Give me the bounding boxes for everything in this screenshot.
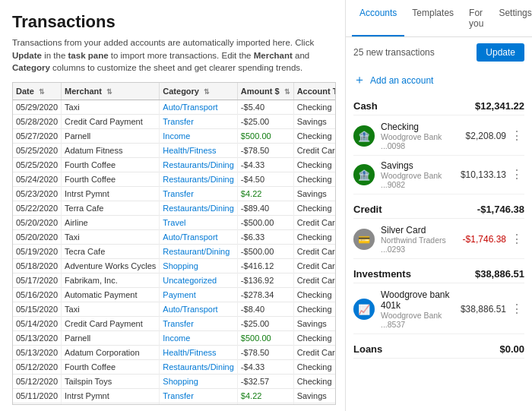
cell-category[interactable]: Auto/Transport: [160, 230, 238, 245]
cell-account-type: Checking: [293, 302, 336, 317]
transactions-table: Date ⇅ Merchant ⇅ Category ⇅ Amount $ ⇅ …: [13, 83, 336, 405]
table-row[interactable]: 05/20/2020 Taxi Auto/Transport -$6.33 Ch…: [13, 230, 336, 245]
table-row[interactable]: 05/25/2020 Fourth Coffee Restaurants/Din…: [13, 158, 336, 172]
table-row[interactable]: 05/19/2020 Tecra Cafe Restaurant/Dining …: [13, 245, 336, 259]
section-label-credit: Credit-$1,746.38: [353, 204, 524, 219]
cell-account-type: Checking: [293, 331, 336, 346]
table-row[interactable]: 05/28/2020 Credit Card Payment Transfer …: [13, 115, 336, 129]
cell-merchant: Taxi: [62, 230, 160, 245]
page-title: Transactions: [12, 12, 336, 32]
cell-merchant: Fourth Coffee: [62, 360, 160, 375]
table-row[interactable]: 05/16/2020 Automatic Payment Payment -$2…: [13, 288, 336, 302]
cell-category[interactable]: Restaurants/Dining: [160, 403, 238, 405]
cell-category[interactable]: Restaurants/Dining: [160, 172, 238, 187]
cell-merchant: Intrst Pymnt: [62, 389, 160, 403]
table-row[interactable]: 05/11/2020 Intrst Pymnt Transfer $4.22 S…: [13, 389, 336, 403]
table-row[interactable]: 05/25/2020 Adatum Fitness Health/Fitness…: [13, 144, 336, 158]
tab-templates[interactable]: Templates: [404, 0, 461, 36]
cell-category[interactable]: Shopping: [160, 375, 238, 389]
cell-merchant: Fourth Coffee: [62, 158, 160, 172]
account-info: Silver Card Northwind Traders ...0293: [381, 225, 463, 254]
more-options-button[interactable]: ⋮: [509, 130, 524, 142]
col-date[interactable]: Date ⇅: [13, 83, 62, 100]
table-row[interactable]: 05/20/2020 Airline Travel -$500.00 Credi…: [13, 216, 336, 230]
cell-merchant: Intrst Pymnt: [62, 187, 160, 201]
account-icon: 💳: [353, 229, 375, 250]
cell-category[interactable]: Transfer: [160, 389, 238, 403]
cell-merchant: Credit Card Payment: [62, 115, 160, 129]
more-options-button[interactable]: ⋮: [509, 303, 524, 315]
cell-category[interactable]: Uncategorized: [160, 273, 238, 288]
account-sub: Northwind Traders ...0293: [381, 236, 463, 254]
update-button[interactable]: Update: [477, 43, 524, 62]
table-row[interactable]: 05/13/2020 Parnell Income $500.00 Checki…: [13, 331, 336, 346]
cell-date: 05/29/2020: [13, 100, 62, 115]
table-row[interactable]: 05/10/2020 Alpine Ski House Restaurants/…: [13, 403, 336, 405]
cell-category[interactable]: Restaurant/Dining: [160, 245, 238, 259]
table-row[interactable]: 05/27/2020 Parnell Income $500.00 Checki…: [13, 129, 336, 144]
cell-date: 05/28/2020: [13, 115, 62, 129]
cell-category[interactable]: Payment: [160, 288, 238, 302]
sort-icon-date: ⇅: [39, 88, 45, 96]
cell-category[interactable]: Income: [160, 331, 238, 346]
account-amount: $38,886.51: [461, 304, 506, 315]
table-header-row: Date ⇅ Merchant ⇅ Category ⇅ Amount $ ⇅ …: [13, 83, 336, 100]
cell-merchant: Adatum Fitness: [62, 144, 160, 158]
cell-account-type: Checking: [293, 129, 336, 144]
cell-category[interactable]: Transfer: [160, 317, 238, 331]
table-row[interactable]: 05/13/2020 Adatum Corporation Health/Fit…: [13, 346, 336, 360]
tab-accounts[interactable]: Accounts: [352, 0, 404, 36]
table-row[interactable]: 05/15/2020 Taxi Auto/Transport -$8.40 Ch…: [13, 302, 336, 317]
cell-amount: -$278.34: [237, 288, 293, 302]
transactions-table-wrap[interactable]: Date ⇅ Merchant ⇅ Category ⇅ Amount $ ⇅ …: [12, 82, 336, 405]
more-options-button[interactable]: ⋮: [509, 233, 524, 245]
table-row[interactable]: 05/18/2020 Adventure Works Cycles Shoppi…: [13, 259, 336, 273]
cell-category[interactable]: Health/Fitness: [160, 144, 238, 158]
add-account-button[interactable]: ＋ Add an account: [353, 69, 524, 91]
account-item: 🏦 Savings Woodgrove Bank ...9082 $10,133…: [353, 156, 524, 194]
cell-category[interactable]: Travel: [160, 216, 238, 230]
col-amount[interactable]: Amount $ ⇅: [237, 83, 293, 100]
sort-icon-merchant: ⇅: [106, 88, 112, 96]
table-row[interactable]: 05/12/2020 Tailspin Toys Shopping -$32.5…: [13, 375, 336, 389]
table-row[interactable]: 05/23/2020 Intrst Pymnt Transfer $4.22 S…: [13, 187, 336, 201]
table-row[interactable]: 05/22/2020 Terra Cafe Restaurants/Dining…: [13, 201, 336, 216]
cell-date: 05/14/2020: [13, 317, 62, 331]
cell-category[interactable]: Income: [160, 129, 238, 144]
account-icon: 📈: [353, 299, 375, 320]
account-icon: 🏦: [353, 164, 375, 185]
cell-category[interactable]: Restaurants/Dining: [160, 360, 238, 375]
tab-for-you[interactable]: For you: [461, 0, 491, 36]
cell-account-type: Credit Card: [293, 245, 336, 259]
table-row[interactable]: 05/29/2020 Taxi Auto/Transport -$5.40 Ch…: [13, 100, 336, 115]
col-category[interactable]: Category ⇅: [160, 83, 238, 100]
cell-merchant: Tecra Cafe: [62, 245, 160, 259]
cell-category[interactable]: Restaurants/Dining: [160, 158, 238, 172]
cell-category[interactable]: Transfer: [160, 115, 238, 129]
cell-category[interactable]: Auto/Transport: [160, 100, 238, 115]
cell-category[interactable]: Shopping: [160, 259, 238, 273]
cell-amount: -$32.57: [237, 375, 293, 389]
table-row[interactable]: 05/14/2020 Credit Card Payment Transfer …: [13, 317, 336, 331]
tabs-bar: AccountsTemplatesFor youSettings: [346, 0, 532, 37]
table-row[interactable]: 05/17/2020 Fabrikam, Inc. Uncategorized …: [13, 273, 336, 288]
cell-category[interactable]: Auto/Transport: [160, 302, 238, 317]
page-description: Transactions from your added accounts ar…: [12, 36, 336, 74]
col-merchant[interactable]: Merchant ⇅: [62, 83, 160, 100]
cell-category[interactable]: Restaurants/Dining: [160, 201, 238, 216]
col-account-type[interactable]: Account Type: [293, 83, 336, 100]
cell-account-type: Savings: [293, 115, 336, 129]
cell-date: 05/17/2020: [13, 273, 62, 288]
cell-date: 05/25/2020: [13, 158, 62, 172]
tab-settings[interactable]: Settings: [491, 0, 532, 36]
cell-category[interactable]: Health/Fitness: [160, 346, 238, 360]
cell-category[interactable]: Transfer: [160, 187, 238, 201]
table-row[interactable]: 05/12/2020 Fourth Coffee Restaurants/Din…: [13, 360, 336, 375]
cell-date: 05/24/2020: [13, 172, 62, 187]
table-row[interactable]: 05/24/2020 Fourth Coffee Restaurants/Din…: [13, 172, 336, 187]
cell-date: 05/25/2020: [13, 144, 62, 158]
accounts-content[interactable]: 25 new transactions Update ＋ Add an acco…: [346, 37, 532, 411]
account-name: Woodgrove bank 401k: [381, 289, 461, 311]
more-options-button[interactable]: ⋮: [509, 169, 524, 181]
accounts-sections: Cash$12,341.22 🏦 Checking Woodgrove Bank…: [353, 100, 524, 359]
